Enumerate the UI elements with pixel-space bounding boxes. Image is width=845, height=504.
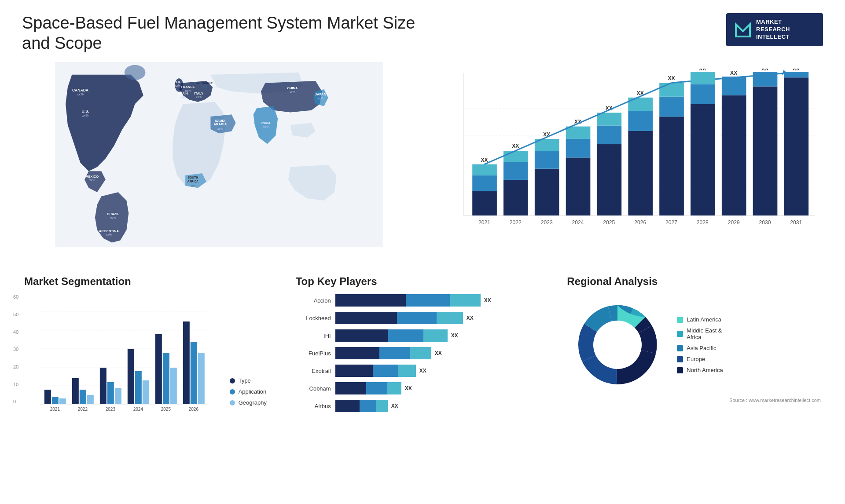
svg-text:xx%: xx% (110, 216, 116, 219)
svg-text:2025: 2025 (161, 407, 171, 412)
svg-rect-67 (628, 131, 653, 215)
player-row-ihi: IHI XX (296, 329, 550, 342)
svg-rect-59 (566, 127, 591, 139)
svg-rect-125 (198, 353, 205, 404)
svg-rect-86 (722, 77, 746, 95)
players-title: Top Key Players (296, 275, 550, 288)
svg-text:2029: 2029 (728, 219, 740, 226)
svg-rect-108 (80, 390, 86, 404)
svg-text:xx%: xx% (82, 113, 89, 117)
svg-text:XX: XX (793, 69, 800, 72)
svg-text:SOUTH: SOUTH (188, 176, 198, 179)
svg-text:2026: 2026 (189, 407, 199, 412)
segmentation-section: Market Segmentation 0 10 20 30 40 50 60 (22, 273, 280, 423)
svg-text:GERMANY: GERMANY (196, 81, 213, 85)
svg-rect-42 (472, 191, 497, 215)
svg-text:2026: 2026 (634, 219, 646, 226)
svg-rect-82 (691, 72, 715, 84)
logo: MARKETRESEARCHINTELLECT (726, 13, 823, 46)
svg-text:xx%: xx% (191, 184, 195, 187)
svg-rect-116 (135, 371, 142, 404)
svg-text:XX: XX (730, 70, 737, 76)
svg-rect-123 (183, 321, 190, 404)
svg-text:MEXICO: MEXICO (85, 175, 99, 179)
svg-text:U.S.: U.S. (82, 109, 89, 113)
legend-latin-america: Latin America (677, 316, 723, 323)
svg-text:xx%: xx% (290, 91, 295, 94)
donut-chart-svg (567, 294, 668, 395)
legend-dot-application (230, 389, 235, 394)
svg-rect-115 (128, 349, 134, 404)
svg-rect-103 (44, 390, 51, 404)
svg-rect-49 (503, 151, 528, 162)
source-text: Source : www.marketresearchintellect.com (567, 398, 821, 403)
svg-rect-120 (163, 353, 169, 404)
player-row-lockheed: Lockheed XX (296, 312, 550, 324)
svg-rect-111 (100, 368, 107, 404)
svg-rect-63 (597, 126, 622, 145)
svg-text:xx%: xx% (318, 97, 323, 100)
svg-text:INDIA: INDIA (261, 121, 271, 125)
svg-text:2027: 2027 (665, 219, 677, 226)
svg-text:SPAIN: SPAIN (178, 92, 188, 96)
svg-rect-74 (659, 83, 684, 97)
svg-text:xx%: xx% (196, 95, 202, 99)
map-svg: CANADA xx% U.S. xx% MEXICO xx% BRAZIL xx… (22, 62, 416, 247)
svg-text:xx%: xx% (217, 127, 223, 130)
player-row-exotrail: Exotrail XX (296, 365, 550, 377)
header: Space-Based Fuel Management System Marke… (22, 13, 823, 53)
svg-text:2025: 2025 (603, 219, 615, 226)
svg-text:2022: 2022 (510, 219, 522, 226)
svg-rect-53 (535, 151, 559, 168)
growth-chart-svg: XX 2021 XX 2022 XX 2023 XX 2024 (447, 69, 819, 256)
page-title: Space-Based Fuel Management System Marke… (22, 13, 418, 53)
svg-text:2023: 2023 (106, 407, 116, 412)
legend-asia-pacific: Asia Pacific (677, 345, 723, 351)
map-section: CANADA xx% U.S. xx% MEXICO xx% BRAZIL xx… (22, 62, 416, 260)
svg-text:xx%: xx% (106, 233, 112, 236)
svg-text:xx%: xx% (263, 125, 269, 128)
svg-rect-112 (107, 382, 114, 404)
players-section: Top Key Players Accion XX (294, 273, 552, 423)
svg-text:2021: 2021 (50, 407, 60, 412)
svg-text:2022: 2022 (78, 407, 88, 412)
svg-rect-47 (503, 180, 528, 215)
svg-text:JAPAN: JAPAN (315, 93, 326, 97)
svg-text:2021: 2021 (478, 219, 490, 226)
legend-dot-geography (230, 400, 235, 405)
svg-rect-93 (784, 77, 809, 215)
svg-rect-73 (659, 97, 684, 117)
svg-rect-117 (143, 380, 149, 404)
player-row-airbus: Airbus XX (296, 400, 550, 412)
svg-rect-72 (659, 117, 684, 215)
svg-text:2030: 2030 (759, 219, 771, 226)
growth-chart-section: XX 2021 XX 2022 XX 2023 XX 2024 (429, 62, 823, 260)
svg-rect-124 (191, 342, 197, 404)
svg-text:2023: 2023 (541, 219, 553, 226)
svg-rect-62 (597, 144, 622, 215)
svg-text:xx%: xx% (175, 84, 181, 88)
world-map: CANADA xx% U.S. xx% MEXICO xx% BRAZIL xx… (22, 62, 416, 247)
svg-text:XX: XX (512, 143, 519, 149)
svg-text:XX: XX (761, 69, 768, 72)
segmentation-chart-svg: 2021 2022 2023 (24, 294, 223, 413)
svg-rect-94 (784, 72, 809, 77)
svg-text:FRANCE: FRANCE (181, 85, 195, 89)
svg-rect-64 (597, 113, 622, 125)
svg-text:ARGENTINA: ARGENTINA (99, 229, 119, 233)
svg-rect-68 (628, 111, 653, 131)
svg-marker-0 (736, 24, 750, 37)
legend-type: Type (230, 377, 278, 384)
legend-application: Application (230, 388, 278, 395)
donut-container: Latin America Middle East &Africa Asia P… (567, 294, 821, 395)
player-row-accion: Accion XX (296, 294, 550, 307)
player-row-fuelplus: FuelPlus XX (296, 347, 550, 359)
svg-text:XX: XX (668, 75, 675, 81)
logo-icon (734, 21, 752, 38)
svg-rect-104 (52, 397, 59, 404)
player-row-cobham: Cobham XX (296, 382, 550, 394)
svg-text:2028: 2028 (697, 219, 709, 226)
svg-text:2024: 2024 (133, 407, 143, 412)
svg-text:BRAZIL: BRAZIL (107, 212, 119, 216)
regional-section: Regional Analysis (565, 273, 823, 423)
